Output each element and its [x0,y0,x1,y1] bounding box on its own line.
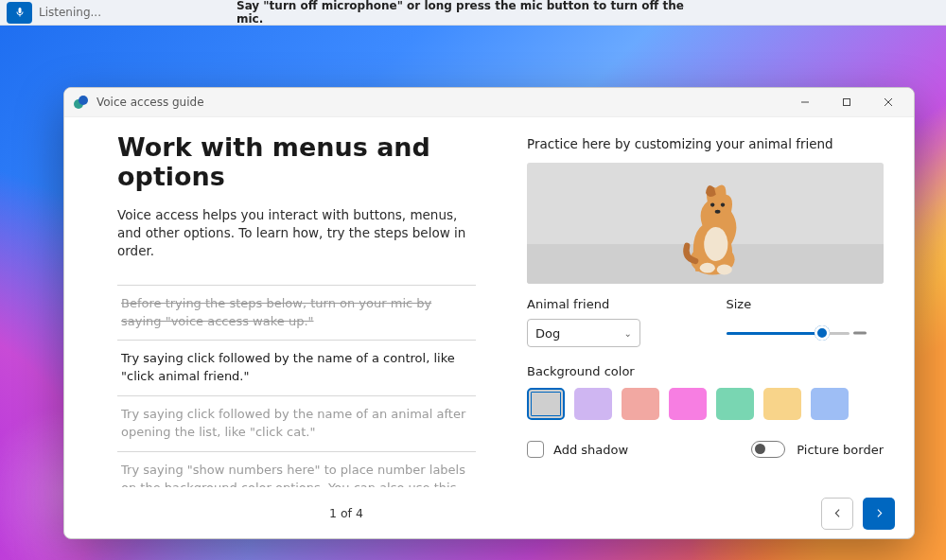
microphone-button[interactable] [7,2,32,24]
picture-border-label: Picture border [797,443,884,457]
bg-swatch-cream[interactable] [763,388,801,420]
step-item: Try saying "show numbers here" to place … [117,452,476,487]
window-titlebar[interactable]: Voice access guide [64,88,914,117]
voice-status-text: Listening... [39,6,101,19]
close-button[interactable] [868,90,908,115]
voice-hint-text: Say "turn off microphone" or long press … [236,0,710,26]
bg-swatch-lilac[interactable] [574,388,612,420]
practice-heading: Practice here by customizing your animal… [527,136,884,151]
bg-swatch-coral[interactable] [622,388,659,420]
bg-swatch-mint[interactable] [716,388,754,420]
next-button[interactable] [863,498,895,530]
animal-friend-label: Animal friend [527,297,685,311]
size-slider[interactable] [727,319,850,347]
microphone-icon [14,7,26,18]
animal-friend-select[interactable]: Dog ⌄ [527,319,640,347]
chevron-right-icon [873,507,885,519]
step-list: Before trying the steps below, turn on y… [117,285,504,487]
minimize-button[interactable] [785,90,825,115]
svg-point-8 [710,202,714,206]
voice-access-topbar: Listening... Say "turn off microphone" o… [0,0,946,26]
size-label: Size [727,297,885,311]
bg-swatch-grey[interactable] [527,388,565,420]
window-title: Voice access guide [96,96,204,109]
window-footer: 1 of 4 [64,487,914,538]
voice-access-guide-window: Voice access guide Work with menus and o… [63,87,915,539]
add-shadow-label: Add shadow [553,443,628,457]
svg-point-6 [716,265,731,275]
svg-rect-1 [844,99,850,106]
add-shadow-checkbox[interactable]: Add shadow [527,441,628,458]
chevron-down-icon: ⌄ [624,328,632,339]
dog-illustration [662,176,749,278]
animal-preview [527,163,884,284]
page-heading: Work with menus and options [117,132,504,191]
step-item: Try saying click followed by the name of… [117,341,476,396]
svg-point-7 [704,227,727,261]
svg-point-5 [699,263,714,273]
chevron-left-icon [832,507,844,519]
intro-text: Voice access helps you interact with but… [117,206,504,260]
page-indicator: 1 of 4 [329,506,363,520]
slider-thumb[interactable] [815,325,830,341]
svg-point-10 [714,210,720,214]
step-item: Try saying click followed by the name of… [117,396,476,452]
background-color-label: Background color [527,364,884,378]
checkbox-box [527,441,544,458]
app-icon [74,95,89,110]
animal-friend-value: Dog [535,326,560,341]
bg-swatch-pink[interactable] [669,388,707,420]
svg-point-9 [720,202,724,206]
prev-button[interactable] [821,498,853,530]
maximize-button[interactable] [827,90,867,115]
background-color-swatches [527,388,884,420]
picture-border-toggle[interactable] [751,441,785,458]
bg-swatch-blue[interactable] [811,388,849,420]
step-item: Before trying the steps below, turn on y… [117,285,476,341]
